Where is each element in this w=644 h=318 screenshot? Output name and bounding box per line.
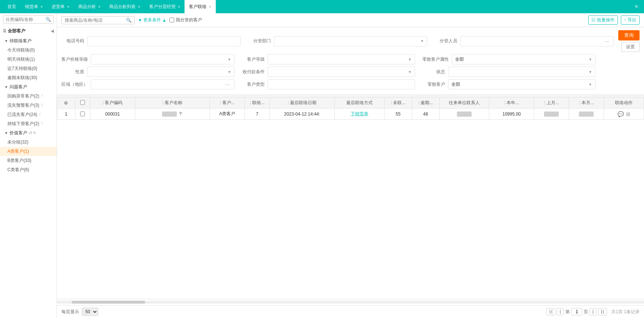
last-page-btn[interactable]: ⟩⟩ — [598, 308, 607, 315]
prev-page-btn[interactable]: ⟨ — [557, 308, 564, 315]
phone-input[interactable] — [87, 36, 241, 46]
sidebar-collapse-icon[interactable]: ◀ — [51, 29, 54, 33]
app-container: 首页 销货单 × 进货单 × 商品分析 × 商品分析列表 × 客户分层经营 × … — [0, 0, 644, 318]
retail-select[interactable]: 全部 ▼ — [448, 79, 595, 89]
manager-more-icon[interactable]: ··· — [603, 38, 611, 44]
first-page-btn[interactable]: ⟨⟨ — [547, 308, 555, 315]
edit-icon[interactable]: ✎ — [33, 131, 36, 135]
nav-purchase-close[interactable]: × — [67, 4, 69, 9]
row-name: ？ — [135, 109, 210, 120]
nav-sales-close[interactable]: × — [40, 4, 43, 9]
region-more-icon[interactable]: ··· — [224, 81, 231, 87]
more-filters-btn[interactable]: ▼ 更多条件 ▲ — [138, 17, 167, 23]
checkbox-col-header[interactable] — [75, 98, 90, 109]
sidebar-item-today[interactable]: 今天待联络(0) — [0, 46, 57, 55]
last-month-col-header[interactable]: : 上月... — [534, 98, 569, 109]
sidebar-item-ungrouped[interactable]: 未分组(32) — [0, 138, 57, 147]
sidebar-item-tomorrow[interactable]: 明天待联络(1) — [0, 55, 57, 64]
last-method-link[interactable]: 下销货单 — [351, 111, 368, 116]
row-checkbox[interactable] — [80, 112, 85, 116]
sidebar-item-class-a[interactable]: A类客户(1) — [0, 147, 57, 156]
sidebar-item-declining[interactable]: 持续下滑客户(2) ? — [0, 119, 57, 128]
row-last-method: 下销货单 — [334, 109, 384, 120]
advanced-filter-panel: 电话号码 分管部门 ▼ 分管 — [57, 27, 644, 95]
sidebar-search-input[interactable] — [6, 17, 46, 22]
sidebar-all-customers[interactable]: ⠿ 全部客户 ◀ — [0, 26, 57, 36]
this-month-col-header[interactable]: : 本月... — [569, 98, 604, 109]
status-select[interactable]: ▼ — [448, 67, 595, 77]
export-button[interactable]: ↑ 导出 — [621, 15, 640, 25]
row-index: 1 — [57, 109, 75, 120]
chevron-down-icon-1: ▼ — [420, 39, 424, 43]
sidebar-group-problem[interactable]: ▼ 问题客户 — [0, 82, 57, 92]
nav-customer-tier[interactable]: 客户分层经营 × — [145, 0, 185, 13]
sidebar-item-class-b[interactable]: B类客户(33) — [0, 156, 57, 165]
last-method-col-header: 最后联络方式 — [334, 98, 384, 109]
phone-field[interactable] — [90, 39, 237, 44]
this-year-col-header[interactable]: : 本年... — [489, 98, 534, 109]
filter-search-box[interactable]: 🔍 — [61, 16, 135, 24]
sidebar-item-churned[interactable]: 已流失客户(24) ? — [0, 110, 57, 119]
nav-window-close[interactable]: × — [632, 3, 641, 10]
nav-customer-tier-close[interactable]: × — [178, 4, 180, 9]
settings-button[interactable]: 设置 — [621, 42, 640, 52]
name-col-header[interactable]: : 客户名称 — [135, 98, 210, 109]
row-uncontacted: 55 — [384, 109, 412, 120]
sidebar-group-value[interactable]: ▼ 价值客户 ↺ ✎ — [0, 128, 57, 138]
chevron-down-icon-5: ▼ — [228, 70, 231, 74]
nav-purchase[interactable]: 进货单 × — [47, 0, 74, 13]
sidebar-group-pending[interactable]: ▼ 待联络客户 — [0, 36, 57, 46]
manager-input[interactable]: ··· — [460, 36, 614, 46]
sidebar-item-churn-warning[interactable]: 流失预警客户(3) ? — [0, 101, 57, 110]
retail-attr-select[interactable]: 全部 ▼ — [452, 54, 595, 64]
settings-col-header[interactable]: ⚙ — [57, 98, 75, 109]
region-input[interactable]: ··· — [91, 79, 235, 89]
my-customers-filter[interactable]: 我分管的客户 — [169, 17, 202, 23]
sidebar-item-repurchase[interactable]: 回购异常客户(2) ? — [0, 92, 57, 101]
nav-product-list[interactable]: 商品分析列表 × — [105, 0, 144, 13]
region-label: 区域（地区） — [61, 81, 91, 88]
customer-tier-select[interactable]: ▼ — [268, 54, 415, 64]
batch-op-button[interactable]: ☑ 批量操作 — [588, 15, 618, 25]
query-button[interactable]: 查询 — [618, 30, 640, 40]
contacts-col-header[interactable]: : 联络... — [245, 98, 270, 109]
page-number-input[interactable] — [571, 308, 582, 315]
scrollbar-thumb[interactable] — [72, 301, 145, 304]
nav-customer-contact-close[interactable]: × — [209, 4, 211, 9]
nav-sales[interactable]: 销货单 × — [21, 0, 47, 13]
customer-type-input[interactable] — [268, 79, 415, 89]
type-col-header[interactable]: : 客户... — [210, 98, 245, 109]
chevron-down-icon-3: ▼ — [408, 57, 412, 61]
overdue-col-header[interactable]: : 逾期... — [412, 98, 439, 109]
top-nav: 首页 销货单 × 进货单 × 商品分析 × 商品分析列表 × 客户分层经营 × … — [0, 0, 644, 13]
next-page-btn[interactable]: ⟩ — [590, 308, 597, 315]
sidebar-item-7days[interactable]: 近7天待联络(0) — [0, 64, 57, 73]
price-tier-label: 客户价格等级 — [61, 56, 91, 63]
dept-select[interactable]: ▼ — [274, 36, 427, 46]
filter-search-input[interactable] — [65, 18, 126, 23]
nav-product-analysis[interactable]: 商品分析 × — [74, 0, 105, 13]
payment-select[interactable]: ▼ — [268, 67, 415, 77]
select-all-checkbox[interactable] — [80, 100, 85, 105]
sidebar-search-box[interactable]: 🔍 — [3, 15, 54, 24]
sidebar-item-class-c[interactable]: C类客户(6) — [0, 165, 57, 174]
sidebar-item-overdue[interactable]: 逾期未联络(30) — [0, 73, 57, 82]
uncontacted-col-header[interactable]: : 未联... — [384, 98, 412, 109]
my-customers-checkbox[interactable] — [169, 18, 174, 22]
horizontal-scrollbar[interactable] — [57, 299, 644, 305]
nav-product-list-close[interactable]: × — [138, 4, 140, 9]
qr-action-icon[interactable]: ⊞ — [626, 111, 630, 117]
per-page-select[interactable]: 50 — [82, 308, 98, 316]
nav-customer-contact[interactable]: 客户联络 × — [185, 0, 215, 13]
refresh-icon[interactable]: ↺ — [29, 131, 32, 135]
nature-select[interactable]: ▼ — [87, 67, 235, 77]
nav-home[interactable]: 首页 — [3, 0, 21, 13]
nav-product-analysis-close[interactable]: × — [98, 4, 100, 9]
code-col-header[interactable]: : 客户编码 — [90, 98, 135, 109]
name-grey-block — [162, 112, 177, 117]
last-date-col-header[interactable]: : 最后联络日期 — [270, 98, 334, 109]
triangle-icon-2: ▼ — [4, 85, 8, 89]
retail-label: 零散客户 — [422, 81, 448, 88]
price-tier-select[interactable]: ▼ — [91, 54, 235, 64]
chat-action-icon[interactable]: 💬 — [618, 111, 624, 117]
